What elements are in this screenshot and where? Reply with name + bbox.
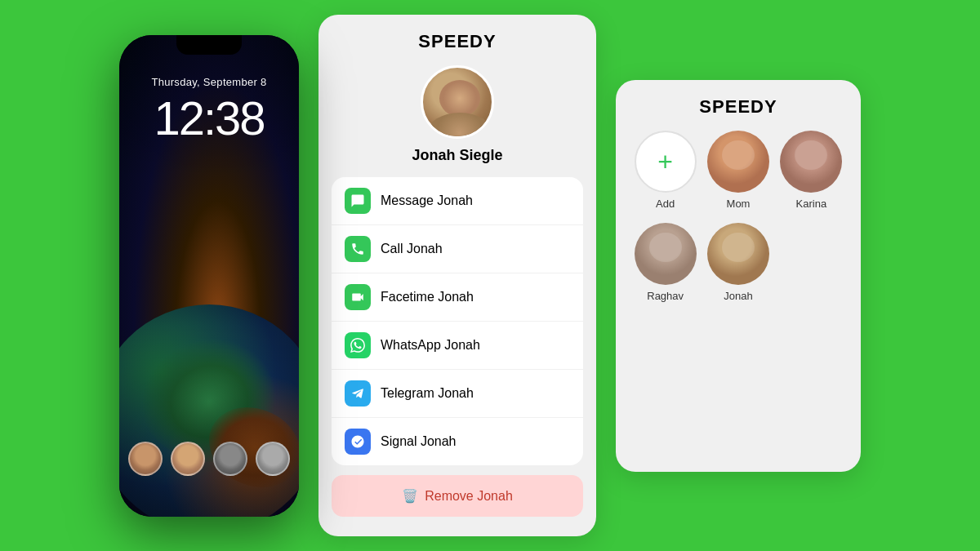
- mom-label: Mom: [727, 198, 751, 210]
- contacts-grid: + Add Mom Karina Raghav Jonah: [629, 131, 848, 302]
- trash-icon: 🗑️: [402, 488, 418, 504]
- phone-contact-2[interactable]: [171, 442, 205, 476]
- phone-contact-3[interactable]: [213, 442, 247, 476]
- phone-mockup: Thursday, September 8 12:38: [119, 35, 299, 517]
- telegram-label: Telegram Jonah: [381, 386, 474, 401]
- add-label: Add: [656, 198, 675, 210]
- contact-name: Jonah Siegle: [412, 147, 502, 164]
- add-contact-cell[interactable]: + Add: [632, 131, 698, 210]
- remove-label: Remove Jonah: [425, 489, 513, 504]
- message-icon: [345, 188, 371, 214]
- phone-avatar-row: [119, 442, 299, 476]
- signal-label: Signal Jonah: [381, 434, 457, 449]
- phone-notch: [176, 35, 242, 55]
- raghav-avatar: [635, 223, 697, 285]
- facetime-label: Facetime Jonah: [381, 290, 474, 304]
- telegram-action[interactable]: Telegram Jonah: [332, 370, 583, 418]
- jonah-label: Jonah: [724, 290, 752, 302]
- remove-contact-button[interactable]: 🗑️ Remove Jonah: [332, 475, 583, 517]
- karina-avatar: [780, 131, 842, 193]
- mom-avatar: [707, 131, 769, 193]
- raghav-label: Raghav: [647, 290, 684, 302]
- phone-time: 12:38: [119, 91, 299, 145]
- message-action[interactable]: Message Jonah: [332, 177, 583, 225]
- phone-date: Thursday, September 8: [119, 76, 299, 88]
- telegram-icon: [345, 380, 371, 407]
- middle-card-title: SPEEDY: [332, 31, 583, 52]
- phone-contact-4[interactable]: [256, 442, 290, 476]
- raghav-contact-cell[interactable]: Raghav: [632, 223, 698, 302]
- phone-background: Thursday, September 8 12:38: [119, 35, 299, 517]
- call-label: Call Jonah: [381, 242, 443, 256]
- facetime-icon: [345, 284, 371, 310]
- phone-contact-1[interactable]: [128, 442, 163, 476]
- call-action[interactable]: Call Jonah: [332, 225, 583, 273]
- contact-avatar-container: [421, 65, 494, 139]
- karina-label: Karina: [796, 198, 827, 210]
- whatsapp-icon: [345, 332, 371, 358]
- jonah-avatar: [707, 223, 769, 285]
- message-label: Message Jonah: [381, 193, 473, 208]
- mom-contact-cell[interactable]: Mom: [705, 131, 771, 210]
- contacts-grid-card: SPEEDY + Add Mom Karina Raghav Jonah: [616, 80, 861, 472]
- add-circle: +: [635, 131, 697, 193]
- karina-contact-cell[interactable]: Karina: [778, 131, 844, 210]
- contact-detail-card: SPEEDY Jonah Siegle Message Jonah Call J…: [318, 15, 596, 536]
- jonah-contact-cell[interactable]: Jonah: [705, 223, 771, 302]
- facetime-action[interactable]: Facetime Jonah: [332, 273, 583, 322]
- signal-action[interactable]: Signal Jonah: [332, 418, 583, 465]
- whatsapp-action[interactable]: WhatsApp Jonah: [332, 322, 583, 370]
- contact-avatar: [421, 65, 494, 139]
- right-card-title: SPEEDY: [629, 96, 848, 118]
- whatsapp-label: WhatsApp Jonah: [381, 338, 480, 353]
- add-icon: +: [657, 149, 673, 175]
- phone-icon: [345, 236, 371, 262]
- action-list: Message Jonah Call Jonah Facetime Jonah: [332, 177, 583, 465]
- signal-icon: [345, 429, 371, 455]
